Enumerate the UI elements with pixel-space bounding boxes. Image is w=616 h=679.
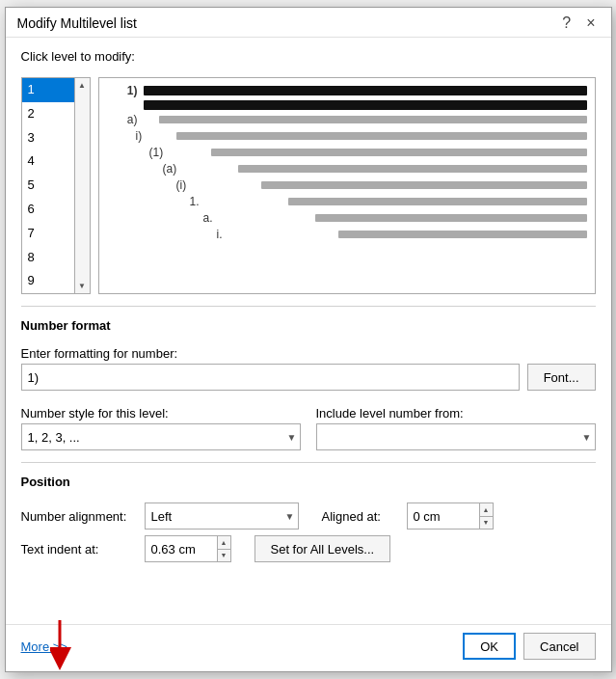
- position-grid: Number alignment: Left Center Right ▼ Al…: [21, 502, 596, 562]
- more-button[interactable]: More >>: [21, 639, 67, 654]
- help-button[interactable]: ?: [558, 15, 575, 31]
- modify-multilevel-dialog: Modify Multilevel list ? × Click level t…: [5, 7, 612, 672]
- preview-row-1b: [107, 100, 587, 110]
- format-number-input[interactable]: [21, 364, 520, 391]
- preview-label-4: (1): [107, 146, 164, 159]
- text-indent-row: Text indent at: ▲ ▼ Set for All Levels..…: [21, 535, 596, 562]
- alignment-label: Number alignment:: [21, 509, 137, 524]
- preview-row-2: a): [107, 113, 587, 126]
- aligned-at-up[interactable]: ▲: [480, 503, 493, 517]
- number-format-title: Number format: [21, 318, 596, 333]
- preview-label-3: i): [107, 129, 143, 143]
- alignment-row: Number alignment: Left Center Right ▼ Al…: [21, 502, 596, 530]
- scroll-down-arrow[interactable]: ▼: [75, 281, 89, 291]
- preview-row-3: i): [107, 129, 587, 143]
- level-item-1[interactable]: 1: [22, 78, 74, 102]
- text-indent-spinner: ▲ ▼: [145, 535, 231, 562]
- preview-row-8: a.: [107, 211, 587, 225]
- enter-formatting-label: Enter formatting for number:: [21, 346, 596, 361]
- preview-row-4: (1): [107, 146, 587, 159]
- text-indent-down[interactable]: ▼: [218, 550, 230, 562]
- close-button[interactable]: ×: [582, 15, 599, 31]
- preview-row-5: (a): [107, 162, 587, 176]
- enter-formatting-row: Enter formatting for number: Font...: [21, 346, 596, 391]
- enter-formatting-inputs: Font...: [21, 364, 596, 391]
- dialog-title: Modify Multilevel list: [17, 15, 137, 31]
- divider-1: [21, 306, 596, 307]
- level-item-8[interactable]: 8: [22, 246, 74, 270]
- position-title: Position: [21, 475, 596, 489]
- aligned-at-label: Aligned at:: [322, 509, 399, 524]
- number-style-label: Number style for this level:: [21, 406, 301, 421]
- preview-row-1: 1): [107, 84, 587, 97]
- alignment-select[interactable]: Left Center Right: [145, 502, 299, 530]
- preview-row-9: i.: [107, 228, 587, 241]
- more-btn-wrap: More >>: [21, 639, 67, 654]
- style-include-row: Number style for this level: 1, 2, 3, ..…: [21, 406, 596, 450]
- level-item-2[interactable]: 2: [22, 102, 74, 126]
- aligned-at-spinner-btns: ▲ ▼: [479, 503, 493, 529]
- level-item-3[interactable]: 3: [22, 126, 74, 150]
- text-indent-up[interactable]: ▲: [218, 536, 230, 550]
- text-indent-label: Text indent at:: [21, 542, 137, 557]
- level-preview-row: 1 2 3 4 5 6 7 8 9 ▲ ▼ 1): [21, 77, 596, 294]
- ok-button[interactable]: OK: [463, 633, 516, 660]
- dialog-footer: More >> OK Cancel: [6, 624, 611, 671]
- alignment-select-wrap: Left Center Right ▼: [145, 502, 299, 530]
- aligned-at-spinner: ▲ ▼: [407, 502, 494, 530]
- preview-area: 1) a) i) (1): [98, 77, 596, 294]
- preview-row-7: 1.: [107, 195, 587, 208]
- title-bar-controls: ? ×: [558, 15, 599, 31]
- cancel-button[interactable]: Cancel: [523, 633, 595, 660]
- dialog-body: Click level to modify: 1 2 3 4 5 6 7 8 9…: [6, 38, 611, 620]
- divider-2: [21, 462, 596, 463]
- preview-label-1: 1): [107, 84, 138, 97]
- preview-label-6: (i): [107, 178, 187, 192]
- number-style-col: Number style for this level: 1, 2, 3, ..…: [21, 406, 301, 450]
- text-indent-spinner-btns: ▲ ▼: [217, 536, 230, 561]
- level-item-5[interactable]: 5: [22, 174, 74, 198]
- preview-bar-1b: [144, 100, 587, 110]
- include-level-select-wrap: ▼: [316, 423, 596, 450]
- level-list: 1 2 3 4 5 6 7 8 9: [21, 77, 75, 294]
- scroll-up-arrow[interactable]: ▲: [75, 80, 89, 91]
- preview-row-6: (i): [107, 178, 587, 192]
- footer-left: More >>: [21, 639, 67, 654]
- preview-bar-6: [261, 181, 586, 189]
- preview-label-9: i.: [107, 228, 223, 241]
- preview-bar-3: [176, 132, 586, 140]
- preview-bar-4: [211, 149, 586, 156]
- title-bar: Modify Multilevel list ? ×: [6, 8, 611, 38]
- preview-label-2: a): [107, 113, 138, 126]
- aligned-at-down[interactable]: ▼: [480, 517, 493, 530]
- number-style-select-wrap: 1, 2, 3, ... a, b, c, ... i, ii, iii, ..…: [21, 423, 301, 450]
- footer-right: OK Cancel: [463, 633, 595, 660]
- level-list-scrollbar: ▲ ▼: [75, 77, 91, 294]
- set-for-all-levels-button[interactable]: Set for All Levels...: [254, 535, 391, 562]
- preview-bar-7: [288, 198, 587, 205]
- preview-bar-2: [159, 116, 587, 123]
- preview-bar-1: [144, 86, 587, 95]
- include-level-label: Include level number from:: [316, 406, 596, 421]
- preview-label-5: (a): [107, 162, 177, 176]
- click-level-label: Click level to modify:: [21, 49, 596, 64]
- preview-label-8: a.: [107, 211, 213, 225]
- level-item-9[interactable]: 9: [22, 269, 74, 293]
- level-item-4[interactable]: 4: [22, 149, 74, 174]
- text-indent-input[interactable]: [146, 536, 217, 561]
- preview-bar-8: [315, 214, 587, 222]
- include-level-col: Include level number from: ▼: [316, 406, 596, 450]
- preview-bar-5: [238, 165, 586, 173]
- level-item-7[interactable]: 7: [22, 222, 74, 246]
- preview-label-7: 1.: [107, 195, 200, 208]
- level-item-6[interactable]: 6: [22, 198, 74, 222]
- font-button[interactable]: Font...: [527, 364, 596, 391]
- preview-bar-9: [338, 231, 587, 238]
- include-level-select[interactable]: [316, 423, 596, 450]
- aligned-at-input[interactable]: [408, 503, 479, 529]
- number-style-select[interactable]: 1, 2, 3, ... a, b, c, ... i, ii, iii, ..…: [21, 423, 301, 450]
- level-list-container: 1 2 3 4 5 6 7 8 9 ▲ ▼: [21, 77, 91, 294]
